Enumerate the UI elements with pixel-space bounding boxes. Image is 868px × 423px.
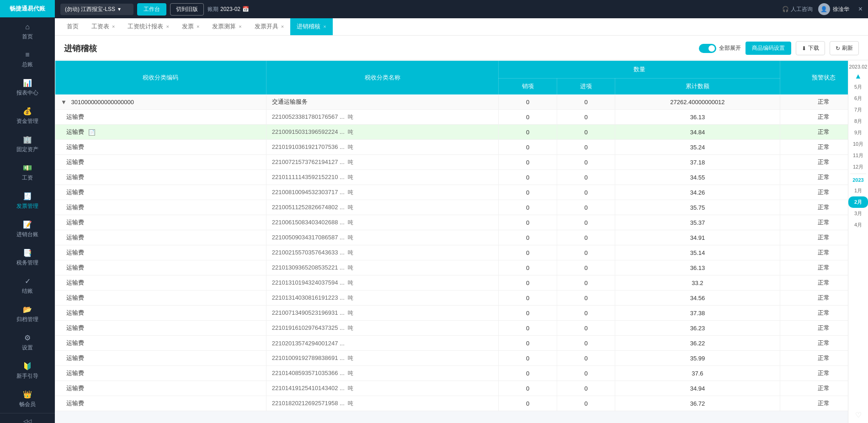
switch-version-button[interactable]: 切到旧版: [170, 3, 204, 16]
purchase-cell: 0: [557, 336, 615, 351]
side-month-5[interactable]: 5月: [848, 81, 868, 93]
sidebar-item-member[interactable]: 👑 畅会员: [0, 385, 55, 413]
side-month-2-active[interactable]: 2月: [848, 196, 868, 208]
settings-button[interactable]: 商品编码设置: [746, 42, 791, 55]
table-row[interactable]: 运输费 22101310194324037594 ... 吨 0 0 33.2 …: [55, 275, 868, 291]
company-selector[interactable]: (勿动) 江西报宝-LSS ▾: [60, 4, 133, 15]
table-row[interactable]: 运输费 22101408593571035366 ... 吨 0 0 37.6 …: [55, 366, 868, 381]
table-row[interactable]: 运输费 22101916102976437325 ... 吨 0 0 36.23…: [55, 321, 868, 336]
tab-invoice-issue[interactable]: 发票开具 ×: [248, 18, 290, 35]
tab-close-icon[interactable]: ×: [197, 24, 199, 29]
purchase-cell: 0: [557, 125, 615, 140]
sales-cell: 0: [499, 125, 557, 140]
sidebar-item-assets[interactable]: 🏢 固定资产: [0, 130, 55, 158]
sidebar-item-archive[interactable]: 📂 归档管理: [0, 300, 55, 328]
table-row[interactable]: 运输费 22100523381780176567 ... 吨 0 0 36.13…: [55, 110, 868, 125]
unit-tag: 吨: [348, 114, 353, 120]
table-row[interactable]: 运输费 22101009192789838691 ... 吨 0 0 35.99…: [55, 351, 868, 366]
settings-icon: ⚙: [24, 333, 31, 342]
expand-toggle[interactable]: [699, 44, 716, 53]
sidebar-item-capital[interactable]: 💰 资金管理: [0, 101, 55, 130]
sidebar-item-salary[interactable]: 💵 工资: [0, 158, 55, 186]
tab-salary-table[interactable]: 工资表 ×: [85, 18, 121, 35]
unit-tag: 吨: [348, 219, 353, 226]
tab-close-icon[interactable]: ×: [166, 24, 169, 29]
table-row[interactable]: 运输费 22101820212692571958 ... 吨 0 0 36.72…: [55, 396, 868, 411]
invoice-code-cell: 22101916102976437325 ... 吨: [266, 321, 499, 336]
sidebar-item-guide[interactable]: 🔰 新手引导: [0, 356, 55, 385]
sidebar-item-ledger[interactable]: ≡ 总账: [0, 45, 55, 73]
side-month-4[interactable]: 4月: [848, 219, 868, 231]
table-row[interactable]: 运输费 22100713490523196931 ... 吨 0 0 37.38…: [55, 306, 868, 321]
invoice-code-value: 22100509034317086587 ...: [272, 234, 345, 241]
side-month-6[interactable]: 6月: [848, 93, 868, 104]
side-month-10[interactable]: 10月: [848, 138, 868, 150]
invoice-code-value: 22100523381780176567 ...: [272, 113, 345, 120]
support-label[interactable]: 🎧 人工咨询: [782, 5, 812, 13]
table-row[interactable]: 运输费 22100721573762194127 ... 吨 0 0 37.18…: [55, 155, 868, 170]
side-month-3[interactable]: 3月: [848, 208, 868, 219]
side-month-8[interactable]: 8月: [848, 116, 868, 127]
invoice-code-cell: 22100810094532303717 ... 吨: [266, 185, 499, 200]
data-table: 税收分类编码 税收分类名称 数量 预警状态 销项 进项 累计数额: [55, 60, 868, 411]
tab-label: 工资表: [91, 22, 109, 31]
sidebar-item-reports[interactable]: 📊 报表中心: [0, 73, 55, 101]
table-row[interactable]: 运输费 22100511252826674802 ... 吨 0 0 35.75…: [55, 200, 868, 215]
table-row[interactable]: 运输费 22101419125410143402 ... 吨 0 0 34.94…: [55, 381, 868, 396]
unpin-button[interactable]: ◁◁ 取消固定: [0, 413, 55, 423]
table-row[interactable]: 运输费 22101309365208535221 ... 吨 0 0 36.13…: [55, 260, 868, 275]
guide-icon: 🔰: [23, 362, 32, 370]
cumulative-cell: 37.38: [615, 306, 780, 321]
side-month-9[interactable]: 9月: [848, 127, 868, 138]
item-name-cell: 运输费: [55, 366, 266, 381]
table-row[interactable]: 运输费 22101111143592152210 ... 吨 0 0 34.55…: [55, 170, 868, 185]
sales-cell: 0: [499, 95, 557, 110]
tab-home[interactable]: 首页: [60, 18, 85, 35]
invoice-code-value: 22101419125410143402 ...: [272, 385, 345, 391]
tab-salary-report[interactable]: 工资统计报表 ×: [121, 18, 175, 35]
table-row[interactable]: 运输费 22100810094532303717 ... 吨 0 0 34.26…: [55, 185, 868, 200]
refresh-button[interactable]: ↻ 刷新: [830, 41, 859, 55]
tab-sales-reconciliation[interactable]: 进销稽核 ×: [290, 18, 332, 35]
side-month-11[interactable]: 11月: [848, 150, 868, 161]
table-row[interactable]: 运输费 22102013574294001247 ... 0 0 36.22 正…: [55, 336, 868, 351]
table-row[interactable]: 运输费 22100509034317086587 ... 吨 0 0 34.91…: [55, 230, 868, 245]
tab-close-icon[interactable]: ×: [112, 24, 115, 29]
side-year-2023-02: 2023.02: [848, 62, 868, 71]
sidebar-item-home[interactable]: ⌂ 首页: [0, 17, 55, 45]
tab-close-icon[interactable]: ×: [323, 24, 326, 29]
table-row[interactable]: 运输费 22101314030816191223 ... 吨 0 0 34.56…: [55, 291, 868, 306]
item-name-cell: 运输费: [55, 215, 266, 230]
sidebar-item-invoice[interactable]: 🧾 发票管理: [0, 186, 55, 215]
sidebar-item-tax[interactable]: 📑 税务管理: [0, 243, 55, 271]
invoice-code-cell: 22100713490523196931 ... 吨: [266, 306, 499, 321]
table-row[interactable]: 运输费 22101910361921707536 ... 吨 0 0 35.24…: [55, 140, 868, 155]
calendar-icon[interactable]: 📅: [242, 6, 249, 12]
table-row[interactable]: 运输费 22100215570357643633 ... 吨 0 0 35.14…: [55, 245, 868, 260]
user-menu[interactable]: 👤 徐淦华: [818, 3, 849, 15]
sidebar-item-settings[interactable]: ⚙ 设置: [0, 328, 55, 356]
tab-close-icon[interactable]: ×: [281, 24, 284, 29]
tab-invoice-calc[interactable]: 发票测算 ×: [206, 18, 248, 35]
tab-close-icon[interactable]: ×: [239, 24, 241, 29]
scroll-up-button[interactable]: ▲: [854, 71, 863, 81]
side-month-12[interactable]: 12月: [848, 161, 868, 173]
side-month-1[interactable]: 1月: [848, 185, 868, 196]
invoice-code-cell: 22101314030816191223 ... 吨: [266, 291, 499, 306]
table-row[interactable]: ▼ 3010000000000000000 交通运输服务 0 0 27262.4…: [55, 95, 868, 110]
sidebar-item-sales[interactable]: 📝 进销台账: [0, 215, 55, 243]
close-button[interactable]: ×: [858, 5, 863, 13]
side-month-7[interactable]: 7月: [848, 104, 868, 116]
table-row[interactable]: 运输费 📄 22100915031396592224 ... 吨 0 0 34.…: [55, 125, 868, 140]
unit-tag: 吨: [348, 264, 353, 271]
tab-invoice[interactable]: 发票 ×: [176, 18, 206, 35]
download-button[interactable]: ⬇ 下载: [796, 41, 825, 55]
table-row[interactable]: 运输费 22100615083403402688 ... 吨 0 0 35.37…: [55, 215, 868, 230]
workspace-button[interactable]: 工作台: [137, 3, 166, 16]
sidebar-item-closing[interactable]: ✓ 结账: [0, 271, 55, 300]
cumulative-cell: 34.55: [615, 170, 780, 185]
unit-tag: 吨: [348, 159, 353, 165]
favorite-icon[interactable]: ♡: [855, 411, 862, 419]
purchase-cell: 0: [557, 170, 615, 185]
company-name: (勿动) 江西报宝-LSS: [65, 5, 115, 13]
